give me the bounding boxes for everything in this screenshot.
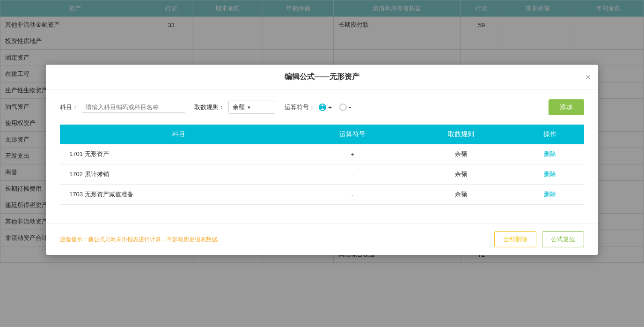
radio-minus-circle [339,104,347,111]
cell-operator-2: - [298,184,407,204]
rule-field-group: 取数规则： 余额 ▼ [194,101,275,114]
delete-link-1[interactable]: 删除 [544,171,556,178]
formula-table-row: 1701 无形资产 + 余额 删除 [60,144,584,164]
cell-subject-1: 1702 累计摊销 [60,164,298,184]
radio-plus-label: + [328,104,332,111]
cell-rule-0: 余额 [407,144,515,164]
th-operator: 运算符号 [298,125,407,144]
modal-footer: 温馨提示：新公式只对未出报表进行计算，不影响历史报表数据。 全部删除 公式复位 [46,223,598,255]
delete-link-0[interactable]: 删除 [544,150,556,157]
radio-minus-label: - [349,104,351,111]
modal-dialog: 编辑公式——无形资产 × 科目： 取数规则： 余额 ▼ 运算符号： [46,65,598,255]
cell-subject-0: 1701 无形资产 [60,144,298,164]
modal-header: 编辑公式——无形资产 × [46,65,598,90]
operator-radio-group: + - [319,104,351,111]
add-button[interactable]: 添加 [549,99,584,115]
chevron-down-icon: ▼ [247,104,251,110]
subject-field-group: 科目： [60,102,185,113]
radio-plus[interactable]: + [319,104,332,111]
cell-action-2: 删除 [515,184,584,204]
cell-action-0: 删除 [515,144,584,164]
cell-rule-2: 余额 [407,184,515,204]
operator-label: 运算符号： [285,103,315,111]
rule-select[interactable]: 余额 ▼ [228,101,275,114]
table-header-row: 科目 运算符号 取数规则 操作 [60,125,584,144]
cell-operator-1: - [298,164,407,184]
cell-action-1: 删除 [515,164,584,184]
th-action: 操作 [515,125,584,144]
modal-title: 编辑公式——无形资产 [285,72,359,82]
cell-rule-1: 余额 [407,164,515,184]
delete-all-button[interactable]: 全部删除 [494,231,536,247]
modal-body: 科目： 取数规则： 余额 ▼ 运算符号： [46,90,598,223]
close-icon[interactable]: × [585,73,591,81]
rule-select-value: 余额 [233,103,245,111]
cell-operator-0: + [298,144,407,164]
footer-hint: 温馨提示：新公式只对未出报表进行计算，不影响历史报表数据。 [60,235,223,243]
radio-plus-circle [319,104,326,111]
th-subject: 科目 [60,125,298,144]
subject-label: 科目： [60,103,78,111]
formula-table: 科目 运算符号 取数规则 操作 1701 无形资产 + 余额 删除 1702 累… [60,125,584,205]
operator-field-group: 运算符号： + - [285,103,351,111]
th-rule: 取数规则 [407,125,515,144]
cell-subject-2: 1703 无形资产减值准备 [60,184,298,204]
delete-link-2[interactable]: 删除 [544,191,556,198]
radio-minus[interactable]: - [339,104,351,111]
formula-table-row: 1703 无形资产减值准备 - 余额 删除 [60,184,584,204]
rule-label: 取数规则： [194,103,225,111]
form-row: 科目： 取数规则： 余额 ▼ 运算符号： [60,99,584,115]
reset-formula-button[interactable]: 公式复位 [542,231,584,247]
footer-buttons: 全部删除 公式复位 [494,231,584,247]
formula-table-row: 1702 累计摊销 - 余额 删除 [60,164,584,184]
subject-input[interactable] [82,102,185,113]
